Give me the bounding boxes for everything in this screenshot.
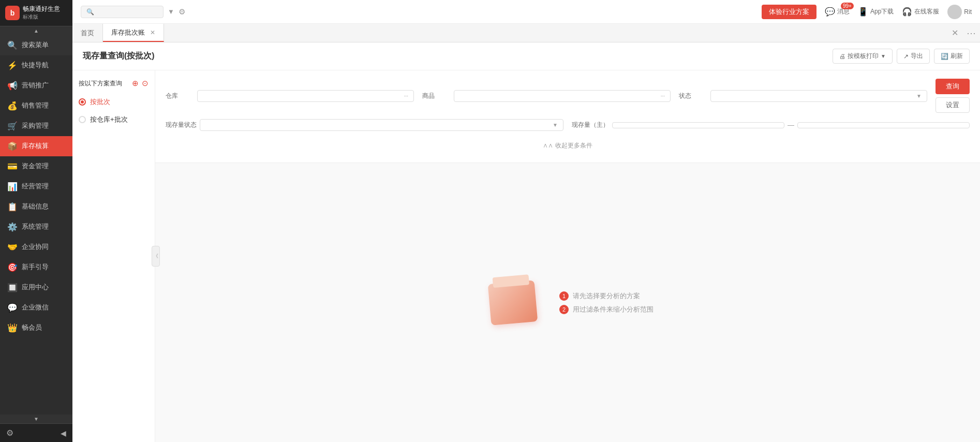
result-area: 仓库 ··· 商品 ··· 状态 <box>155 70 980 442</box>
sidebar-item-purchase[interactable]: 🛒 采购管理 <box>0 116 72 136</box>
status-select[interactable]: ▼ <box>710 90 927 102</box>
empty-state: 1 请先选择要分析的方案 2 用过滤条件来缩小分析范围 <box>155 163 980 442</box>
tab-home[interactable]: 首页 <box>72 24 103 42</box>
sidebar-item-quick-nav[interactable]: ⚡ 快捷导航 <box>0 55 72 76</box>
message-icon: 💬 <box>825 7 835 17</box>
sidebar-item-enterprise-wechat[interactable]: 💬 企业微信 <box>0 298 72 318</box>
condition-row-2: 现存量状态 ▼ 现存量（主） — <box>166 119 970 131</box>
sidebar-item-label: 库存核算 <box>22 141 49 151</box>
filter-add-icon[interactable]: ⊕ <box>132 79 139 88</box>
sidebar-item-system[interactable]: ⚙️ 系统管理 <box>0 217 72 237</box>
sidebar-header: b 畅康通好生意 标准版 <box>0 0 72 26</box>
warehouse-more-icon[interactable]: ··· <box>404 93 408 99</box>
sidebar-scroll-up[interactable]: ▲ <box>0 26 72 35</box>
page-title: 现存量查询(按批次) <box>83 51 155 62</box>
sidebar-item-enterprise[interactable]: 🤝 企业协同 <box>0 237 72 257</box>
filter-collapse-btn[interactable]: 《 <box>152 246 160 267</box>
sidebar-item-inventory[interactable]: 📦 库存核算 <box>0 136 72 156</box>
inventory-qty-from[interactable] <box>612 122 784 128</box>
tab-close-icon[interactable]: ✕ <box>150 29 155 36</box>
sidebar-scroll-down[interactable]: ▼ <box>0 415 72 423</box>
app-center-icon: 🔲 <box>7 283 18 292</box>
sidebar-item-label: 营销推广 <box>22 81 49 90</box>
inventory-qty-label: 现存量（主） <box>572 121 609 129</box>
sidebar-item-member[interactable]: 👑 畅会员 <box>0 318 72 338</box>
tab-home-label: 首页 <box>81 28 94 38</box>
page-header: 现存量查询(按批次) 🖨 按模板打印 ▼ ↗ 导出 🔄 刷新 <box>72 42 980 70</box>
collapse-more-label: 收起更多条件 <box>555 142 592 149</box>
export-btn[interactable]: ↗ 导出 <box>897 49 930 64</box>
sidebar-item-finance[interactable]: 💳 资金管理 <box>0 156 72 176</box>
sidebar-item-label: 畅会员 <box>22 323 42 332</box>
filter-panel: 按以下方案查询 ⊕ ⊙ 按批次 按仓库+批次 《 <box>72 70 155 442</box>
online-service-item[interactable]: 🎧 在线客服 <box>902 7 939 17</box>
inventory-status-select[interactable]: ▼ <box>200 119 563 131</box>
condition-inventory-status: 现存量状态 ▼ <box>166 119 563 131</box>
filter-item-by-warehouse-batch[interactable]: 按仓库+批次 <box>72 111 155 128</box>
topbar-settings-icon[interactable]: ⚙ <box>179 7 185 17</box>
app-download-item[interactable]: 📱 App下载 <box>858 7 894 17</box>
query-btn[interactable]: 查询 <box>936 79 970 94</box>
user-avatar <box>947 5 962 19</box>
sales-icon: 💰 <box>7 101 18 111</box>
messages-item[interactable]: 💬 消息 99+ <box>825 7 850 17</box>
sidebar-item-newbie[interactable]: 🎯 新手引导 <box>0 257 72 277</box>
sidebar-item-label: 企业微信 <box>22 303 49 312</box>
print-label: 按模板打印 <box>848 52 879 61</box>
sidebar-item-label: 采购管理 <box>22 121 49 130</box>
collapse-more-btn[interactable]: ∧∧ 收起更多条件 <box>166 137 970 154</box>
product-input[interactable]: ··· <box>454 90 671 102</box>
empty-box <box>488 280 538 326</box>
inventory-qty-to[interactable] <box>797 122 970 128</box>
warehouse-label: 仓库 <box>166 92 194 100</box>
settings-btn[interactable]: 设置 <box>936 97 970 113</box>
export-label: 导出 <box>911 52 923 61</box>
main-content: 🔍 ▼ ⚙ 体验行业方案 💬 消息 99+ 📱 App下载 🎧 在线客服 <box>72 0 980 442</box>
experience-btn[interactable]: 体验行业方案 <box>762 5 816 19</box>
marketing-icon: 📢 <box>7 81 18 91</box>
tip-text-2: 用过滤条件来缩小分析范围 <box>573 305 654 314</box>
filter-panel-header: 按以下方案查询 ⊕ ⊙ <box>72 76 155 93</box>
warehouse-input[interactable]: ··· <box>197 90 414 102</box>
app-subtitle: 标准版 <box>23 13 60 21</box>
app-download-icon: 📱 <box>858 7 868 17</box>
sidebar-item-search[interactable]: 🔍 搜索菜单 <box>0 35 72 55</box>
tab-inventory-batch[interactable]: 库存批次账 ✕ <box>103 24 164 42</box>
quick-nav-icon: ⚡ <box>7 61 18 70</box>
condition-inventory-qty: 现存量（主） — <box>572 121 970 129</box>
filter-item-by-batch[interactable]: 按批次 <box>72 93 155 111</box>
sidebar-item-label: 资金管理 <box>22 161 49 171</box>
sidebar-item-label: 新手引导 <box>22 262 49 272</box>
refresh-btn[interactable]: 🔄 刷新 <box>934 49 970 64</box>
print-dropdown-icon: ▼ <box>881 53 886 59</box>
sidebar-item-operations[interactable]: 📊 经营管理 <box>0 176 72 197</box>
empty-tips: 1 请先选择要分析的方案 2 用过滤条件来缩小分析范围 <box>559 291 654 314</box>
topbar: 🔍 ▼ ⚙ 体验行业方案 💬 消息 99+ 📱 App下载 🎧 在线客服 <box>72 0 980 24</box>
online-service-icon: 🎧 <box>902 7 912 17</box>
settings-icon[interactable]: ⚙ <box>6 428 13 438</box>
sidebar-collapse-icon[interactable]: ◀ <box>61 429 66 437</box>
sidebar-item-label: 应用中心 <box>22 283 49 292</box>
condition-warehouse: 仓库 ··· <box>166 90 414 102</box>
sidebar-item-label: 搜索菜单 <box>22 40 49 50</box>
filter-panel-title: 按以下方案查询 <box>79 79 122 88</box>
topbar-dropdown-icon[interactable]: ▼ <box>168 8 174 16</box>
tip-text-1: 请先选择要分析的方案 <box>573 291 640 301</box>
user-profile-item[interactable]: Rit <box>947 5 972 19</box>
print-btn[interactable]: 🖨 按模板打印 ▼ <box>833 49 893 64</box>
sidebar-item-marketing[interactable]: 📢 营销推广 <box>0 76 72 96</box>
empty-illustration <box>482 272 544 334</box>
tip-num-1: 1 <box>559 291 569 301</box>
tab-area-close-icon[interactable]: ✕ <box>952 28 958 38</box>
empty-tip-1: 1 请先选择要分析的方案 <box>559 291 654 301</box>
user-name: Rit <box>964 8 972 16</box>
tab-area-expand-icon[interactable]: ⋯ <box>967 27 976 39</box>
sidebar-item-app-center[interactable]: 🔲 应用中心 <box>0 277 72 298</box>
inventory-icon: 📦 <box>7 141 18 151</box>
product-more-icon[interactable]: ··· <box>661 93 665 99</box>
product-label: 商品 <box>422 92 451 100</box>
topbar-search-box[interactable]: 🔍 <box>81 6 164 18</box>
sidebar-item-sales[interactable]: 💰 销售管理 <box>0 96 72 116</box>
sidebar-item-basic[interactable]: 📋 基础信息 <box>0 197 72 217</box>
filter-settings-icon[interactable]: ⊙ <box>142 79 149 88</box>
